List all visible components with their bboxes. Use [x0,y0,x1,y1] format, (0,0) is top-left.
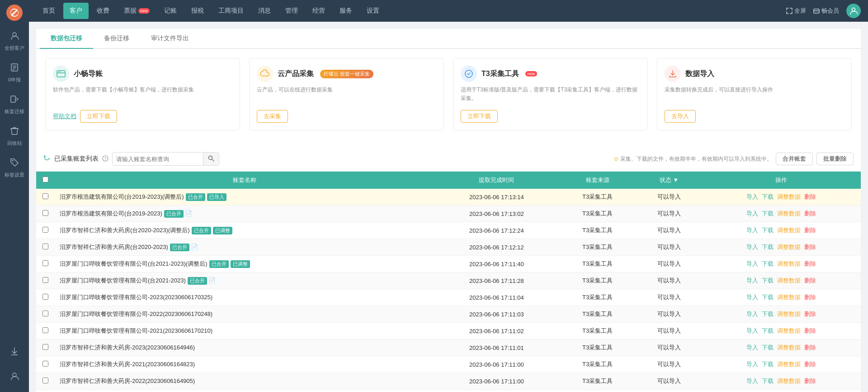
row-action-下载[interactable]: 下载 [762,311,774,317]
row-action-下载[interactable]: 下载 [762,260,774,267]
row-action-删除[interactable]: 删除 [804,294,816,301]
nav-home[interactable]: 首页 [36,3,61,19]
row-action-下载[interactable]: 下载 [762,227,774,234]
row-action-调整数据[interactable]: 调整数据 [777,311,801,317]
row-action-调整数据[interactable]: 调整数据 [777,260,801,267]
row-action-删除[interactable]: 删除 [804,244,816,250]
col-checkbox[interactable] [36,172,54,189]
app-logo[interactable] [6,5,23,21]
nav-messages[interactable]: 消息 [252,3,277,19]
sidebar-item-all-clients[interactable]: 全部客户 [0,25,29,57]
nav-clients[interactable]: 客户 [63,3,89,19]
import-goto-btn[interactable]: 去导入 [665,110,696,123]
row-action-调整数据[interactable]: 调整数据 [777,344,801,351]
row-action-导入[interactable]: 导入 [746,210,758,217]
tab-audit-export[interactable]: 审计文件导出 [140,29,200,48]
user-avatar[interactable] [846,4,861,18]
nav-service[interactable]: 服务 [333,3,359,19]
sidebar-item-account-migrate[interactable]: 账套迁移 [0,89,29,120]
nav-invoice[interactable]: 票据 new [118,3,156,19]
row-action-下载[interactable]: 下载 [762,210,774,217]
col-status[interactable]: 状态 ▼ [637,172,702,189]
row-action-调整数据[interactable]: 调整数据 [777,378,801,384]
row-checkbox[interactable] [42,311,48,316]
row-action-删除[interactable]: 删除 [804,227,816,234]
row-checkbox[interactable] [42,260,48,266]
row-action-导入[interactable]: 导入 [746,260,758,267]
row-action-导入[interactable]: 导入 [746,193,758,200]
row-action-导入[interactable]: 导入 [746,294,758,301]
nav-management[interactable]: 管理 [279,3,304,19]
sidebar-download[interactable] [0,340,29,363]
tab-data-migration[interactable]: 数据包迁移 [40,29,93,48]
row-action-下载[interactable]: 下载 [762,294,774,301]
select-all-checkbox[interactable] [42,177,48,182]
file-icon[interactable]: 📄 [189,244,198,250]
nav-tax[interactable]: 报税 [185,3,210,19]
sidebar-item-tag-settings[interactable]: 标签设置 [0,152,29,184]
row-action-删除[interactable]: 删除 [804,193,816,200]
row-action-下载[interactable]: 下载 [762,193,774,200]
row-action-导入[interactable]: 导入 [746,311,758,317]
row-action-调整数据[interactable]: 调整数据 [777,294,801,301]
row-action-删除[interactable]: 删除 [804,210,816,217]
row-checkbox[interactable] [42,327,48,333]
fullscreen-btn[interactable]: 全屏 [786,7,806,15]
row-action-导入[interactable]: 导入 [746,277,758,284]
help-icon[interactable]: ? [102,155,108,163]
nav-business[interactable]: 工商项目 [212,3,250,19]
row-action-删除[interactable]: 删除 [804,344,816,351]
nav-billing[interactable]: 收费 [90,3,116,19]
row-action-调整数据[interactable]: 调整数据 [777,193,801,200]
row-action-导入[interactable]: 导入 [746,227,758,234]
row-action-下载[interactable]: 下载 [762,244,774,250]
row-action-删除[interactable]: 删除 [804,361,816,368]
row-action-调整数据[interactable]: 调整数据 [777,210,801,217]
row-action-调整数据[interactable]: 调整数据 [777,277,801,284]
row-checkbox[interactable] [42,210,48,216]
row-action-删除[interactable]: 删除 [804,327,816,334]
row-checkbox[interactable] [42,227,48,233]
row-action-导入[interactable]: 导入 [746,327,758,334]
sidebar-item-trash[interactable]: 回收站 [0,120,29,152]
cloud-collect-btn[interactable]: 去采集 [257,110,288,123]
row-action-导入[interactable]: 导入 [746,361,758,368]
row-action-下载[interactable]: 下载 [762,344,774,351]
row-checkbox[interactable] [42,378,48,383]
tab-backup-migration[interactable]: 备份迁移 [93,29,140,48]
row-checkbox[interactable] [42,277,48,283]
row-action-删除[interactable]: 删除 [804,311,816,317]
row-action-调整数据[interactable]: 调整数据 [777,361,801,368]
merge-accounts-btn[interactable]: 合并账套 [776,153,813,165]
sidebar-item-zero-report[interactable]: 0申报 [0,57,29,89]
row-action-下载[interactable]: 下载 [762,277,774,284]
row-action-下载[interactable]: 下载 [762,378,774,384]
nav-operations[interactable]: 经营 [306,3,331,19]
row-checkbox[interactable] [42,361,48,367]
batch-delete-btn[interactable]: 批量删除 [816,153,854,165]
member-btn[interactable]: 畅会员 [813,7,839,15]
sidebar-user[interactable] [0,365,29,387]
row-checkbox[interactable] [42,193,48,199]
xiaochang-download-btn[interactable]: 立即下载 [80,110,117,123]
row-action-调整数据[interactable]: 调整数据 [777,327,801,334]
refresh-icon[interactable] [43,154,51,163]
row-action-删除[interactable]: 删除 [804,378,816,384]
row-action-导入[interactable]: 导入 [746,244,758,250]
row-checkbox[interactable] [42,294,48,300]
xiaochang-help-link[interactable]: 帮助文档 [53,112,76,120]
file-icon[interactable]: 📄 [184,210,193,217]
nav-settings[interactable]: 设置 [360,3,386,19]
row-action-下载[interactable]: 下载 [762,361,774,368]
row-action-删除[interactable]: 删除 [804,260,816,267]
nav-bookkeeping[interactable]: 记账 [158,3,183,19]
row-action-导入[interactable]: 导入 [746,378,758,384]
row-action-导入[interactable]: 导入 [746,344,758,351]
row-checkbox[interactable] [42,344,48,350]
row-action-下载[interactable]: 下载 [762,327,774,334]
row-action-调整数据[interactable]: 调整数据 [777,227,801,234]
search-button[interactable] [203,153,219,165]
row-checkbox[interactable] [42,244,48,249]
row-action-删除[interactable]: 删除 [804,277,816,284]
search-input[interactable] [113,156,203,163]
